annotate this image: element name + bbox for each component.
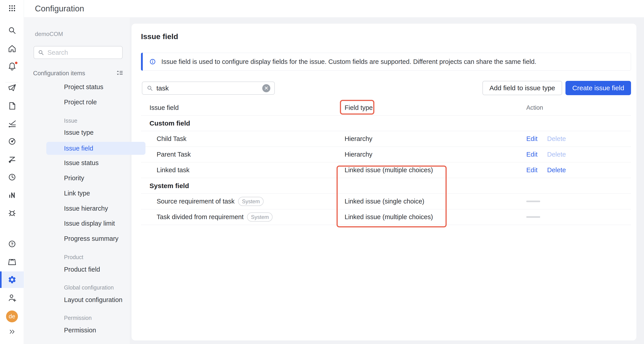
system-badge: System: [247, 212, 272, 222]
system-badge: System: [238, 197, 264, 206]
edit-link[interactable]: Edit: [526, 151, 538, 158]
main-background: Issue field Issue field is used to confi…: [130, 18, 644, 344]
projects-icon[interactable]: [0, 80, 24, 96]
column-header-issue-field: Issue field: [141, 104, 344, 112]
field-type: Hierarchy: [344, 151, 526, 158]
sidebar-item-progress-summary[interactable]: Progress summary: [46, 232, 146, 245]
search-icon[interactable]: [0, 22, 24, 39]
field-type: Linked issue (single choice): [344, 198, 526, 205]
sprint-icon[interactable]: [0, 151, 24, 168]
clear-search-icon[interactable]: ✕: [262, 84, 270, 92]
table-row-child-task: Child Task Hierarchy Edit Delete: [141, 131, 631, 147]
table-header-row: Issue field Field type Action: [141, 100, 631, 116]
notifications-icon[interactable]: [0, 58, 24, 74]
field-name: Task divided from requirement: [157, 213, 244, 221]
testing-icon[interactable]: [0, 205, 24, 221]
reports-icon[interactable]: [0, 187, 24, 203]
section-title: Issue field: [141, 32, 178, 41]
home-icon[interactable]: [0, 40, 24, 57]
sidebar-item-project-status[interactable]: Project status: [46, 80, 146, 93]
settings-icon[interactable]: [0, 271, 24, 288]
sidebar-menu: Project status Project role Issue Issue …: [24, 18, 130, 344]
top-header: Configuration: [24, 0, 644, 17]
column-header-action: Action: [526, 104, 631, 111]
sidebar-item-issue-hierarchy[interactable]: Issue hierarchy: [46, 202, 146, 215]
goals-icon[interactable]: [0, 133, 24, 150]
svg-text:?: ?: [11, 242, 13, 246]
edit-link[interactable]: Edit: [526, 167, 538, 174]
sidebar-item-priority[interactable]: Priority: [46, 172, 146, 184]
field-name: Source requirement of task: [157, 198, 234, 205]
info-banner: Issue field is used to configure display…: [141, 53, 631, 71]
field-type: Linked issue (multiple choices): [344, 213, 526, 221]
sidebar-item-link-type[interactable]: Link type: [46, 187, 146, 200]
icon-rail: ? de: [0, 0, 24, 344]
table-row-linked-task: Linked task Linked issue (multiple choic…: [141, 163, 631, 178]
field-search-box[interactable]: ✕: [142, 82, 275, 95]
store-icon[interactable]: [0, 253, 24, 270]
field-type: Linked issue (multiple choices): [344, 167, 526, 174]
sidebar-section-global-configuration: Global configuration: [46, 284, 114, 291]
delete-link[interactable]: Delete: [547, 151, 566, 158]
sidebar-item-project-role[interactable]: Project role: [46, 96, 146, 109]
documents-icon[interactable]: [0, 98, 24, 114]
notification-dot: [14, 61, 18, 65]
field-name: Parent Task: [157, 151, 191, 158]
banner-text: Issue field is used to configure display…: [161, 58, 536, 65]
collapse-rail-icon[interactable]: [0, 324, 24, 340]
column-header-field-type: Field type: [344, 104, 526, 112]
sidebar-item-issue-type[interactable]: Issue type: [46, 126, 146, 139]
banner-accent-bar: [141, 53, 143, 71]
group-row-system-field: System field: [141, 178, 631, 194]
edit-link[interactable]: Edit: [526, 135, 538, 143]
sidebar-item-product-field[interactable]: Product field: [46, 263, 146, 276]
field-type: Hierarchy: [344, 135, 526, 143]
sidebar-section-permission: Permission: [46, 314, 92, 322]
field-name: Linked task: [157, 167, 190, 174]
sidebar-section-product: Product: [46, 253, 83, 261]
info-icon: [149, 58, 156, 65]
table-row-source-requirement-of-task: Source requirement of task System Linked…: [141, 194, 631, 209]
no-action-dash: [526, 201, 540, 202]
sidebar-section-issue: Issue: [46, 117, 78, 124]
delete-link[interactable]: Delete: [547, 167, 566, 174]
config-sidebar: demoCOM Configuration items Project stat…: [24, 18, 130, 344]
group-row-custom-field: Custom field: [141, 116, 631, 131]
no-action-dash: [526, 216, 540, 218]
delete-link[interactable]: Delete: [547, 135, 566, 143]
help-icon[interactable]: ?: [0, 236, 24, 252]
app-grid-icon[interactable]: [0, 0, 24, 16]
user-avatar[interactable]: de: [6, 311, 18, 322]
wiki-icon[interactable]: [0, 115, 24, 132]
invite-member-icon[interactable]: [0, 290, 24, 306]
page-title: Configuration: [35, 4, 84, 13]
field-name: Child Task: [157, 135, 186, 143]
hours-icon[interactable]: [0, 169, 24, 185]
sidebar-item-layout-configuration[interactable]: Layout configuration: [46, 293, 146, 306]
sidebar-item-issue-status[interactable]: Issue status: [46, 156, 146, 169]
sidebar-item-issue-field[interactable]: Issue field: [46, 142, 146, 155]
issue-field-panel: Issue field Issue field is used to confi…: [132, 24, 636, 341]
add-field-to-issue-type-button[interactable]: Add field to issue type: [482, 81, 562, 95]
sidebar-item-issue-display-limit[interactable]: Issue display limit: [46, 217, 146, 230]
issue-field-table: Issue field Field type Action Custom fie…: [141, 100, 631, 225]
sidebar-item-permission[interactable]: Permission: [46, 324, 146, 337]
create-issue-field-button[interactable]: Create issue field: [566, 81, 631, 95]
table-row-task-divided-from-requirement: Task divided from requirement System Lin…: [141, 209, 631, 225]
table-row-parent-task: Parent Task Hierarchy Edit Delete: [141, 147, 631, 163]
field-search-input[interactable]: [156, 84, 262, 92]
